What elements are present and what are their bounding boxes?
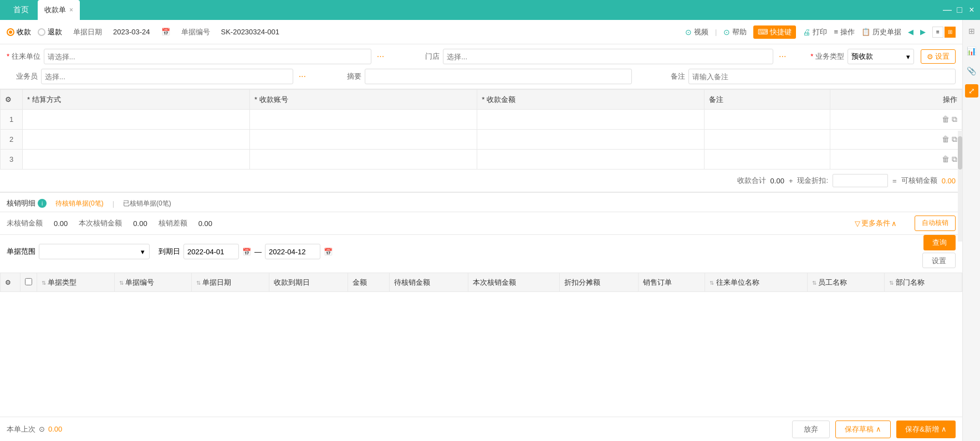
discount-input[interactable]: [833, 174, 888, 187]
operation-header: 操作: [830, 90, 962, 110]
account-1[interactable]: [250, 110, 477, 130]
query-button[interactable]: 查询: [923, 235, 956, 250]
tab-close-icon[interactable]: ×: [69, 6, 73, 14]
salesperson-input[interactable]: [41, 69, 293, 84]
account-header: * 收款账号: [250, 90, 477, 110]
copy-icon-3[interactable]: ⧉: [952, 155, 957, 164]
bottom-current-label: 本单上次: [7, 424, 35, 434]
partner-more-btn[interactable]: ···: [375, 52, 386, 61]
table-row: 2 🗑 ⧉: [1, 130, 962, 150]
scrollbar-thumb[interactable]: [958, 136, 962, 170]
remark-1[interactable]: [705, 110, 830, 130]
right-sidebar: ⊞ 📊 📎 ⤢: [962, 20, 980, 441]
verify-header: 核销明细 i 待核销单据(0笔) | 已核销单据(0笔): [0, 193, 962, 212]
info-icon[interactable]: i: [38, 199, 47, 208]
settings-button[interactable]: ⚙ 设置: [921, 49, 956, 64]
done-tab[interactable]: 已核销单据(0笔): [123, 199, 171, 208]
close-button[interactable]: ×: [968, 6, 976, 14]
settlement-2[interactable]: [23, 130, 250, 150]
help-btn[interactable]: ⊙ 帮助: [723, 27, 747, 37]
verify-checkbox-col[interactable]: [21, 273, 37, 292]
select-all-checkbox[interactable]: [25, 278, 32, 285]
main-toolbar: 收款 退款 单据日期 2023-03-24 📅 单据编号 SK-20230324…: [0, 20, 962, 44]
sidebar-report-icon[interactable]: 📊: [965, 44, 978, 58]
nav-prev-icon[interactable]: ◀: [908, 28, 913, 36]
verify-settings-button[interactable]: 设置: [922, 253, 956, 268]
pending-tab[interactable]: 待核销单据(0笔): [55, 199, 104, 208]
settings-label: 设置: [935, 52, 950, 61]
copy-icon-1[interactable]: ⧉: [952, 115, 957, 124]
amount-1[interactable]: [477, 110, 705, 130]
verify-no-header: ⇅ 单据编号: [114, 273, 192, 292]
print-btn[interactable]: 🖨 打印: [803, 27, 827, 37]
help-icon: ⊙: [723, 28, 730, 37]
more-filter-btn[interactable]: ▽ 更多条件 ∧: [855, 218, 897, 228]
abandon-button[interactable]: 放弃: [792, 421, 830, 438]
table-settings-header[interactable]: ⚙: [1, 90, 23, 110]
settlement-3[interactable]: [23, 150, 250, 170]
save-draft-button[interactable]: 保存草稿 ∧: [835, 421, 891, 438]
remark-input[interactable]: [688, 69, 956, 84]
view-grid-icon[interactable]: ⊞: [945, 27, 956, 38]
delete-icon-1[interactable]: 🗑: [942, 115, 950, 124]
calendar-from-icon[interactable]: 📅: [242, 248, 251, 256]
remark-2[interactable]: [705, 130, 830, 150]
verify-date-header: ⇅ 单据日期: [192, 273, 269, 292]
calendar-icon[interactable]: 📅: [161, 28, 170, 36]
window-controls: — □ ×: [943, 6, 976, 14]
save-new-button[interactable]: 保存&新增 ∧: [896, 421, 956, 438]
remark-header: 备注: [705, 90, 830, 110]
store-more-btn[interactable]: ···: [777, 52, 788, 61]
history-btn[interactable]: 📋 历史单据: [861, 27, 901, 37]
radio-receipt[interactable]: 收款: [7, 27, 31, 37]
radio-receipt-label: 收款: [17, 27, 31, 37]
amount-2[interactable]: [477, 130, 705, 150]
nav-next-icon[interactable]: ▶: [920, 28, 926, 36]
view-list-icon[interactable]: ≡: [932, 27, 943, 38]
radio-refund[interactable]: 退款: [38, 27, 62, 37]
delete-icon-2[interactable]: 🗑: [942, 135, 950, 144]
tab-receipt[interactable]: 收款单 ×: [38, 0, 80, 20]
date-value[interactable]: 2023-03-24: [113, 28, 150, 36]
copy-icon-2[interactable]: ⧉: [952, 135, 957, 144]
more-filter-label: 更多条件: [861, 218, 890, 228]
settlement-header: * 结算方式: [23, 90, 250, 110]
bill-range-select[interactable]: ▾: [39, 244, 150, 259]
row-num-3: 3: [1, 150, 23, 170]
delete-icon-3[interactable]: 🗑: [942, 155, 950, 164]
net-value: 0.00: [942, 177, 956, 185]
partner-input[interactable]: [44, 49, 371, 64]
account-2[interactable]: [250, 130, 477, 150]
equals-sign: =: [892, 177, 897, 185]
calendar-to-icon[interactable]: 📅: [324, 248, 333, 256]
verify-current-header: 本次核销金额: [468, 273, 560, 292]
bill-range-chevron: ▾: [141, 248, 145, 256]
store-input[interactable]: [443, 49, 773, 64]
operation-icon: ≡: [834, 28, 838, 36]
sidebar-attachment-icon[interactable]: 📎: [965, 64, 978, 78]
minimize-button[interactable]: —: [943, 6, 951, 14]
verify-settings-col[interactable]: ⚙: [1, 273, 21, 292]
settlement-1[interactable]: [23, 110, 250, 130]
diff-label: 核销差额: [159, 218, 187, 228]
account-3[interactable]: [250, 150, 477, 170]
date-to-input[interactable]: [265, 244, 320, 259]
verify-table: ⚙ ⇅ 单据类型 ⇅ 单据编号 ⇅ 单据日期 收款到期日 金额 待核销金额 本次…: [0, 273, 962, 292]
summary-input[interactable]: [365, 69, 632, 84]
scrollbar[interactable]: [958, 131, 962, 242]
maximize-button[interactable]: □: [956, 6, 963, 14]
salesperson-more-btn[interactable]: ···: [297, 71, 308, 81]
tab-home[interactable]: 首页: [4, 0, 38, 20]
verify-dept-header: ⇅ 部门名称: [885, 273, 962, 292]
sidebar-expand-icon[interactable]: ⤢: [965, 84, 978, 98]
operation-btn[interactable]: ≡ 操作: [834, 27, 855, 37]
sidebar-table-icon[interactable]: ⊞: [965, 24, 978, 38]
auto-verify-btn[interactable]: 自动核销: [915, 216, 956, 231]
business-type-select[interactable]: 预收款 ▾: [848, 49, 914, 64]
amount-3[interactable]: [477, 150, 705, 170]
date-from-input[interactable]: [183, 244, 239, 259]
remark-3[interactable]: [705, 150, 830, 170]
save-draft-label: 保存草稿: [845, 424, 874, 434]
video-btn[interactable]: ⊙ 视频: [685, 27, 708, 37]
shortcut-btn[interactable]: ⌨ 快捷键: [753, 25, 796, 39]
